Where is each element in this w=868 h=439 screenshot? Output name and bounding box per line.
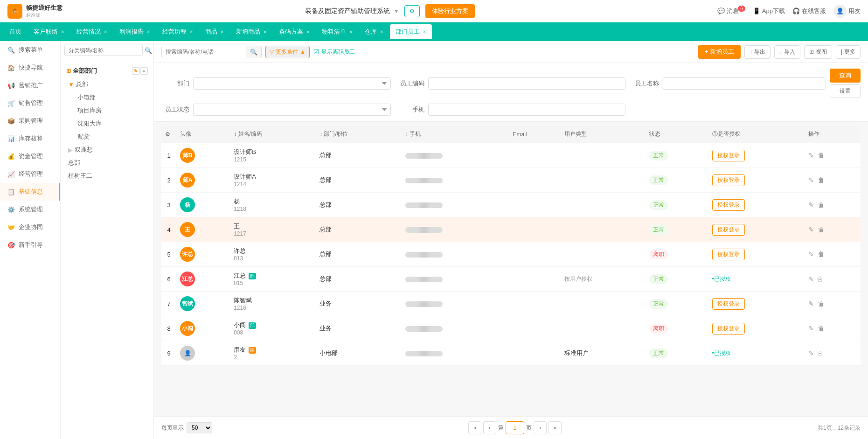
cell-status: 离职 (646, 316, 708, 341)
edit-icon[interactable]: ✎ (808, 325, 814, 332)
tab-home[interactable]: 首页 (4, 24, 27, 39)
cell-name: 许总013 (230, 242, 316, 267)
tab-employees[interactable]: 部门员工 ✕ (390, 24, 432, 39)
row-num: 1 (161, 143, 176, 168)
auth-btn[interactable]: 授权登录 (712, 323, 745, 334)
dept-search-icon[interactable]: 🔍 (145, 47, 152, 54)
view-btn[interactable]: ⊞ 视图 (804, 45, 832, 59)
status-select[interactable] (193, 104, 391, 116)
search-input[interactable] (162, 46, 246, 57)
cell-user-type (561, 316, 646, 341)
sidebar-item-quick-nav[interactable]: 🏠 快捷导航 (0, 59, 60, 77)
edit-icon[interactable]: ✎ (808, 152, 814, 159)
collapse-all-btn[interactable]: ✎ (132, 67, 139, 75)
tab-profit[interactable]: 利润报告 ✕ (114, 24, 156, 39)
export-btn[interactable]: ↑ 导出 (744, 45, 771, 59)
sidebar-item-basic[interactable]: 📋 基础信息 (0, 183, 60, 201)
edit-icon[interactable]: ✎ (808, 300, 814, 307)
prev-page-btn[interactable]: ‹ (483, 421, 496, 434)
sidebar-item-management[interactable]: 📈 经营管理 (0, 165, 60, 183)
settings-icon[interactable]: ⚙ (404, 5, 420, 17)
edit-icon[interactable]: ✎ (808, 275, 814, 283)
phone-label: 手机 (396, 105, 424, 114)
th-settings[interactable]: ⚙ (161, 125, 176, 143)
tab-goods[interactable]: 商品 ✕ (200, 24, 229, 39)
app-download-btn[interactable]: 📱 App下载 (753, 7, 785, 15)
edit-icon[interactable]: ✎ (808, 176, 814, 184)
tab-customer[interactable]: 客户联络 ✕ (28, 24, 70, 39)
tab-warehouse[interactable]: 仓库 ✕ (359, 24, 389, 39)
dept-node-shuanglu[interactable]: ▶ 双鹿想 (64, 143, 150, 156)
tab-barcode[interactable]: 条码方案 ✕ (273, 24, 315, 39)
dept-node-xiaodian[interactable]: 小电部 (70, 91, 150, 104)
sidebar-item-marketing[interactable]: 📢 营销推广 (0, 77, 60, 94)
first-page-btn[interactable]: « (468, 421, 481, 434)
th-phone[interactable]: ↕ 手机 (402, 125, 509, 143)
auth-btn[interactable]: 授权登录 (712, 249, 745, 260)
dept-node-zongbu2[interactable]: 总部 (64, 156, 150, 169)
edit-icon[interactable]: ✎ (808, 349, 814, 357)
message-btn[interactable]: 💬 消息 6 (717, 7, 745, 15)
dept-select[interactable] (193, 77, 391, 90)
phone-input[interactable] (428, 104, 626, 116)
delete-icon[interactable]: 🗑 (818, 176, 824, 184)
delete-icon[interactable]: 🗑 (818, 152, 824, 159)
row-num: 8 (161, 316, 176, 341)
auth-btn[interactable]: 授权登录 (712, 199, 745, 211)
dept-node-xiangmu[interactable]: 项目库房 (70, 104, 150, 117)
cell-user-type (561, 193, 646, 217)
online-service-btn[interactable]: 🎧 在线客服 (792, 7, 826, 15)
sidebar-item-guide[interactable]: 🎯 新手引导 (0, 236, 60, 254)
reset-btn[interactable]: 设置 (830, 84, 861, 98)
sidebar-item-purchase[interactable]: 📦 采购管理 (0, 112, 60, 130)
all-dept-header[interactable]: ⊞ 全部部门 ✎ « (64, 64, 150, 78)
delete-icon[interactable]: 🗑 (818, 325, 824, 332)
sidebar-item-finance[interactable]: 💰 资金管理 (0, 147, 60, 165)
employee-name-input[interactable] (663, 77, 826, 90)
edit-icon[interactable]: ✎ (808, 251, 814, 258)
dept-search-input[interactable] (64, 45, 143, 56)
tab-add-goods[interactable]: 新增商品 ✕ (230, 24, 272, 39)
add-employee-btn[interactable]: + 新增员工 (698, 45, 741, 59)
sidebar-item-system[interactable]: ⚙️ 系统管理 (0, 201, 60, 218)
edit-icon[interactable]: ✎ (808, 226, 814, 233)
delete-icon[interactable]: 🗑 (818, 300, 824, 307)
auth-btn[interactable]: 授权登录 (712, 224, 745, 236)
search-btn[interactable]: 🔍 (246, 46, 261, 58)
delete-icon[interactable]: ⎘ (818, 349, 821, 357)
show-resigned-checkbox[interactable]: ☑ 显示离职员工 (313, 48, 355, 56)
tab-bom[interactable]: 物料清单 ✕ (316, 24, 358, 39)
tab-history[interactable]: 经营历程 ✕ (157, 24, 199, 39)
auth-btn[interactable]: 授权登录 (712, 174, 745, 186)
delete-icon[interactable]: 🗑 (818, 251, 824, 258)
page-size-select[interactable]: 50 20 100 (187, 422, 212, 433)
user-avatar-btn[interactable]: 👤 用友 (833, 5, 861, 18)
next-page-btn[interactable]: › (534, 421, 547, 434)
more-action-btn[interactable]: | 更多 (836, 45, 861, 59)
query-btn[interactable]: 查询 (830, 69, 861, 83)
th-dept[interactable]: ↕ 部门/职位 (316, 125, 402, 143)
copy-icon[interactable]: ⎘ (818, 275, 821, 283)
experience-btn[interactable]: 体验行业方案 (425, 4, 475, 18)
more-filter-btn[interactable]: ▽ 更多条件 ▲ (265, 46, 310, 58)
auth-btn[interactable]: 授权登录 (712, 150, 745, 161)
sidebar-item-collab[interactable]: 🤝 企业协同 (0, 218, 60, 236)
collapse-btn[interactable]: « (140, 67, 148, 75)
dept-node-shenyang[interactable]: 沈阳大库 (70, 117, 150, 130)
auth-btn[interactable]: 授权登录 (712, 298, 745, 310)
sidebar-item-search[interactable]: 🔍 搜索菜单 (0, 41, 60, 59)
sidebar-item-sales[interactable]: 🛒 销售管理 (0, 94, 60, 112)
dept-node-zongbu-expand[interactable]: ▼ 总部 (64, 78, 150, 91)
import-btn[interactable]: ↓ 导入 (774, 45, 800, 59)
delete-icon[interactable]: 🗑 (818, 226, 824, 233)
dept-node-peihuo[interactable]: 配货 (70, 130, 150, 143)
edit-icon[interactable]: ✎ (808, 201, 814, 209)
last-page-btn[interactable]: » (549, 421, 562, 434)
employee-code-input[interactable] (428, 77, 626, 90)
view-icon: ⊞ (809, 49, 814, 55)
delete-icon[interactable]: 🗑 (818, 201, 824, 209)
dept-node-zhishu[interactable]: 植树王二 (64, 169, 150, 182)
sidebar-item-inventory[interactable]: 📊 库存核算 (0, 130, 60, 147)
th-name[interactable]: ↕ 姓名/编码 (230, 125, 316, 143)
tab-operation[interactable]: 经营情况 ✕ (71, 24, 113, 39)
